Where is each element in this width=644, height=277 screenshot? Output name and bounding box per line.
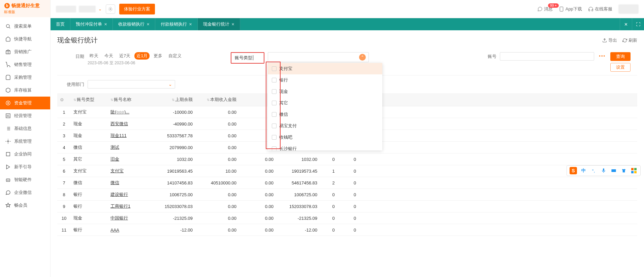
cell-name[interactable]: 西安微信 bbox=[108, 118, 152, 130]
account-type-select[interactable]: ⌃ bbox=[268, 52, 369, 62]
date-quick-button[interactable]: 更多 bbox=[152, 52, 164, 60]
sidebar-item-home[interactable]: 快捷导航 bbox=[0, 33, 50, 45]
dropdown-option[interactable]: 长沙银行 bbox=[268, 143, 382, 150]
gear-icon[interactable]: ⚙ bbox=[60, 97, 64, 102]
sidebar-item-chart[interactable]: 经营管理 bbox=[0, 109, 50, 122]
dropdown-option[interactable]: 收钱吧 bbox=[268, 132, 382, 143]
cell-name[interactable]: 建设银行 bbox=[108, 189, 152, 201]
cell-name[interactable]: 测试 bbox=[108, 142, 152, 153]
cell-name[interactable]: 中国银行 bbox=[108, 212, 152, 224]
skin-icon[interactable] bbox=[620, 167, 627, 174]
date-quick-button[interactable]: 近1月 bbox=[134, 52, 150, 60]
sidebar-item-gift[interactable]: 营销推广 bbox=[0, 45, 50, 58]
date-quick-button[interactable]: 自定义 bbox=[166, 52, 184, 60]
dropdown-option[interactable]: 其它 bbox=[268, 97, 382, 109]
close-icon[interactable]: ✕ bbox=[189, 22, 192, 27]
dropdown-option[interactable]: 现金 bbox=[268, 86, 382, 97]
cell-c9: 0 bbox=[347, 153, 637, 165]
export-button[interactable]: 导出 bbox=[602, 37, 617, 43]
ime-toolbar[interactable]: S 中 °, bbox=[567, 165, 641, 176]
support-link[interactable]: 在线客服 bbox=[588, 6, 612, 12]
sidebar-item-member[interactable]: 畅会员 bbox=[0, 199, 50, 212]
sidebar-item-team[interactable]: 企业协同 bbox=[0, 148, 50, 161]
table-header-cell[interactable]: ⇅本期收入金额 bbox=[195, 93, 239, 106]
dropdown-option[interactable]: 易宝支付 bbox=[268, 120, 382, 132]
table-header-cell[interactable]: ⇅本期支出笔数 bbox=[347, 93, 637, 106]
sort-icon[interactable]: ⇅ bbox=[73, 98, 76, 102]
table-header-cell[interactable]: ⇅账号名称 bbox=[108, 93, 152, 106]
account-input[interactable] bbox=[500, 52, 594, 61]
table-header-cell[interactable]: ⇅上期余额 bbox=[152, 93, 195, 106]
checkbox-icon[interactable] bbox=[272, 78, 277, 82]
table-header-cell[interactable]: ⚙ bbox=[57, 93, 71, 106]
cell-name[interactable]: 陡(○○○)... bbox=[108, 106, 152, 118]
table-header-cell[interactable]: ⇅账号类型 bbox=[71, 93, 108, 106]
sidebar-item-list[interactable]: 基础信息 bbox=[0, 122, 50, 135]
dropdown-option[interactable]: 银行 bbox=[268, 74, 382, 86]
checkbox-icon[interactable] bbox=[272, 66, 277, 71]
messages-link[interactable]: 消息 99 + bbox=[537, 6, 553, 12]
checkbox-icon[interactable] bbox=[272, 89, 277, 94]
svg-text:b: b bbox=[6, 3, 8, 8]
tab[interactable]: 首页 bbox=[51, 18, 70, 30]
trial-button[interactable]: 体验行业方案 bbox=[119, 4, 155, 14]
sidebar-item-bag[interactable]: 采购管理 bbox=[0, 71, 50, 84]
checkbox-icon[interactable] bbox=[272, 135, 277, 140]
svg-rect-26 bbox=[631, 171, 634, 173]
ime-lang-label[interactable]: 中 bbox=[580, 167, 587, 174]
cell-name[interactable]: 现金111 bbox=[108, 130, 152, 142]
checkbox-icon[interactable] bbox=[272, 146, 277, 150]
close-icon[interactable]: ✕ bbox=[231, 22, 234, 27]
cell-c9: 0 bbox=[347, 212, 637, 224]
cell-name[interactable]: 支付宝 bbox=[108, 165, 152, 177]
account-type-dropdown[interactable]: 支付宝银行现金其它微信易宝支付收钱吧长沙银行 bbox=[268, 63, 382, 150]
more-filters-button[interactable]: ••• bbox=[598, 52, 607, 60]
query-button[interactable]: 查询 bbox=[610, 52, 631, 61]
date-quick-button[interactable]: 今天 bbox=[102, 52, 115, 60]
sidebar-item-money[interactable]: 资金管理 bbox=[0, 97, 50, 109]
dept-select[interactable]: ⌄ bbox=[88, 80, 175, 89]
sidebar-item-gear[interactable]: 系统管理 bbox=[0, 135, 50, 148]
sort-icon[interactable]: ⇅ bbox=[207, 98, 210, 102]
cell-name[interactable]: 微信 bbox=[108, 177, 152, 189]
dropdown-option[interactable]: 支付宝 bbox=[268, 63, 382, 74]
sidebar-item-search[interactable]: 搜索菜单 bbox=[0, 20, 50, 33]
sidebar-item-chat[interactable]: 企业微信 bbox=[0, 186, 50, 199]
settings-gear-button[interactable] bbox=[106, 4, 115, 14]
row-index: 9 bbox=[57, 201, 71, 212]
sidebar-item-guide[interactable]: 新手引导 bbox=[0, 161, 50, 173]
tab-close-all-button[interactable]: ✕ bbox=[620, 18, 632, 30]
refresh-button[interactable]: 刷新 bbox=[622, 37, 637, 43]
org-selector[interactable]: ⌄ bbox=[56, 6, 102, 12]
collapse-icon[interactable]: ⌃ bbox=[359, 54, 366, 61]
app-download-link[interactable]: App下载 bbox=[559, 6, 582, 12]
toolbox-icon[interactable] bbox=[630, 167, 638, 174]
checkbox-icon[interactable] bbox=[272, 124, 277, 128]
checkbox-icon[interactable] bbox=[272, 101, 277, 105]
user-avatar-blurred[interactable] bbox=[618, 4, 639, 14]
sort-icon[interactable]: ⇅ bbox=[110, 98, 113, 102]
cell-name[interactable]: 旧金 bbox=[108, 153, 152, 165]
tab[interactable]: 现金银行统计✕ bbox=[198, 18, 240, 30]
dropdown-option[interactable]: 微信 bbox=[268, 109, 382, 120]
checkbox-icon[interactable] bbox=[272, 112, 277, 117]
sort-icon[interactable]: ⇅ bbox=[172, 98, 174, 102]
close-icon[interactable]: ✕ bbox=[147, 22, 150, 27]
date-quick-button[interactable]: 近7天 bbox=[117, 52, 132, 60]
tab[interactable]: 收款核销执行✕ bbox=[113, 18, 155, 30]
sidebar-item-robot[interactable]: 智能硬件 bbox=[0, 173, 50, 186]
sidebar-item-box[interactable]: 库存核算 bbox=[0, 84, 50, 97]
close-icon[interactable]: ✕ bbox=[104, 22, 107, 27]
tab[interactable]: 预付冲应付单✕ bbox=[70, 18, 113, 30]
settings-button[interactable]: 设置 bbox=[610, 63, 631, 72]
ime-punct-icon[interactable]: °, bbox=[590, 167, 597, 174]
sidebar-item-cart[interactable]: 销售管理 bbox=[0, 58, 50, 71]
keyboard-icon[interactable] bbox=[610, 167, 617, 174]
fullscreen-button[interactable] bbox=[632, 18, 644, 30]
cell-name[interactable]: AAA bbox=[108, 224, 152, 236]
mic-icon[interactable] bbox=[600, 167, 607, 174]
tab[interactable]: 付款核销执行✕ bbox=[155, 18, 198, 30]
cell-income: 0.00 bbox=[195, 130, 239, 142]
cell-name[interactable]: 工商银行1 bbox=[108, 201, 152, 212]
date-quick-button[interactable]: 昨天 bbox=[88, 52, 100, 60]
